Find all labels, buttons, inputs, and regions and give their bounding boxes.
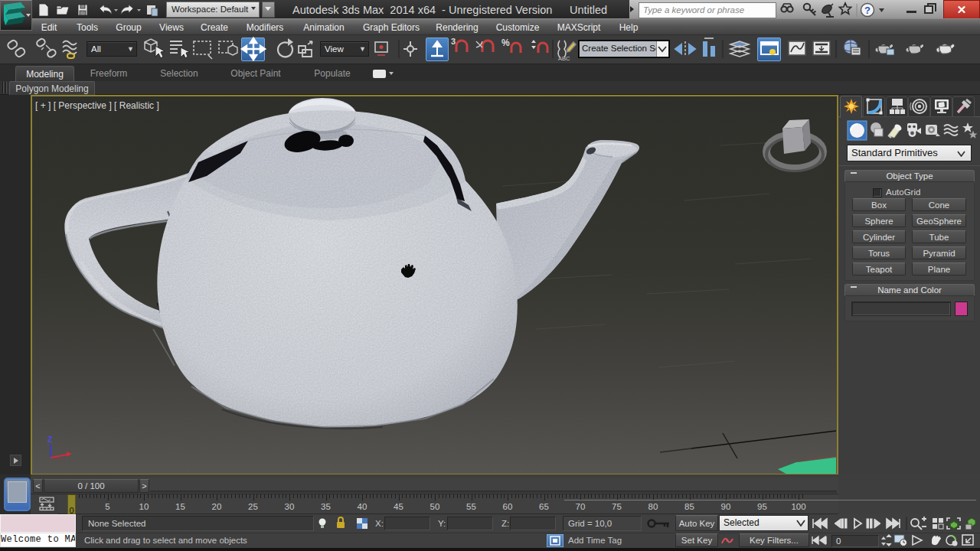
svg-text:3: 3	[451, 37, 456, 46]
svg-text:ABC: ABC	[558, 55, 570, 62]
svg-text:?: ?	[864, 5, 871, 16]
svg-text:Z: Z	[47, 435, 53, 444]
svg-text:%: %	[501, 37, 510, 48]
